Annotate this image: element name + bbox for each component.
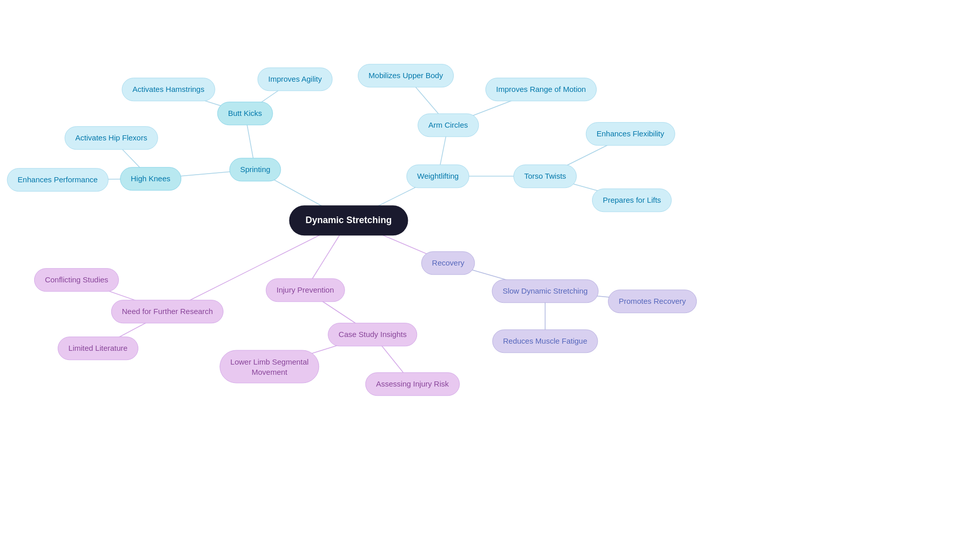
- node-arm-circles[interactable]: Arm Circles: [418, 113, 479, 137]
- node-prepares-for-lifts[interactable]: Prepares for Lifts: [592, 188, 672, 212]
- node-need-for-research[interactable]: Need for Further Research: [111, 300, 224, 323]
- node-enhances-flexibility[interactable]: Enhances Flexibility: [586, 122, 675, 146]
- node-promotes-recovery[interactable]: Promotes Recovery: [608, 290, 697, 313]
- node-slow-dynamic[interactable]: Slow Dynamic Stretching: [492, 279, 599, 303]
- node-sprinting[interactable]: Sprinting: [229, 158, 281, 181]
- node-conflicting-studies[interactable]: Conflicting Studies: [34, 268, 119, 292]
- node-injury-prevention[interactable]: Injury Prevention: [266, 278, 345, 302]
- node-recovery[interactable]: Recovery: [421, 251, 475, 275]
- node-reduces-muscle-fatigue[interactable]: Reduces Muscle Fatigue: [492, 329, 598, 353]
- node-torso-twists[interactable]: Torso Twists: [513, 164, 577, 188]
- node-improves-agility[interactable]: Improves Agility: [257, 67, 332, 91]
- node-limited-literature[interactable]: Limited Literature: [58, 336, 138, 360]
- node-improves-range[interactable]: Improves Range of Motion: [485, 78, 597, 101]
- node-lower-limb[interactable]: Lower Limb Segmental Movement: [219, 350, 319, 383]
- node-butt-kicks[interactable]: Butt Kicks: [217, 102, 273, 125]
- node-assessing-injury[interactable]: Assessing Injury Risk: [365, 372, 460, 396]
- mindmap-container: Dynamic StretchingSprintingButt KicksHig…: [0, 0, 980, 553]
- node-activates-hamstrings[interactable]: Activates Hamstrings: [122, 78, 215, 101]
- center-node[interactable]: Dynamic Stretching: [289, 205, 408, 235]
- node-high-knees[interactable]: High Knees: [120, 167, 181, 190]
- node-enhances-performance[interactable]: Enhances Performance: [7, 168, 109, 191]
- node-case-study-insights[interactable]: Case Study Insights: [328, 323, 417, 346]
- node-weightlifting[interactable]: Weightlifting: [406, 164, 469, 188]
- node-mobilizes-upper-body[interactable]: Mobilizes Upper Body: [358, 64, 454, 87]
- node-activates-hip-flexors[interactable]: Activates Hip Flexors: [65, 126, 158, 150]
